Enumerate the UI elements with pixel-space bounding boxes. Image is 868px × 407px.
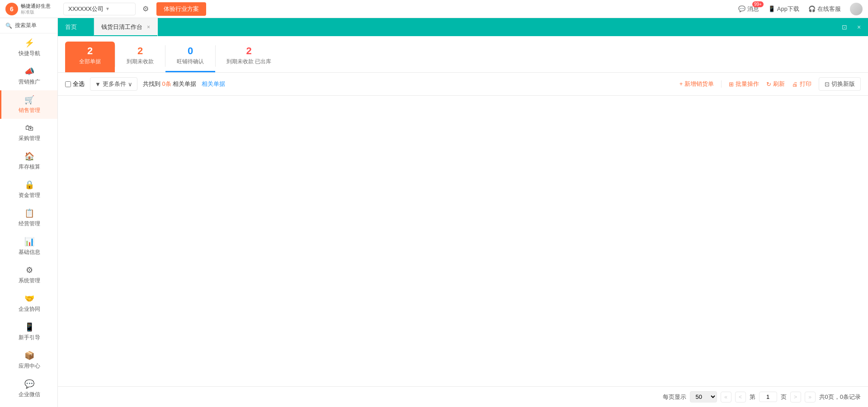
- batch-operation-button[interactable]: ⊞ 批量操作: [729, 80, 759, 88]
- marketing-icon: 📣: [24, 66, 34, 76]
- company-selector[interactable]: XXXXXX公司 ▼: [63, 3, 136, 15]
- prev-page-icon: <: [739, 394, 742, 400]
- sales-icon: 🛒: [24, 95, 34, 105]
- logo-area: 6 畅捷通好生意 标准版: [5, 3, 63, 15]
- stat-tab-wangpu[interactable]: 0 旺铺待确认: [165, 42, 215, 72]
- sidebar-item-sales[interactable]: 🛒 销售管理: [0, 90, 57, 119]
- next-page-icon: >: [794, 394, 797, 400]
- purchase-icon: 🛍: [25, 123, 33, 133]
- batch-icon: ⊞: [729, 81, 734, 88]
- refresh-icon: ↻: [766, 81, 771, 88]
- new-sale-button[interactable]: + 新增销货单: [679, 80, 714, 88]
- sidebar-item-label: 资金管理: [19, 192, 40, 199]
- due-unpaid-count: 2: [137, 45, 143, 57]
- sidebar-item-member[interactable]: 👑 畅会员: [0, 403, 57, 407]
- sidebar-item-label: 应用中心: [19, 362, 40, 370]
- base-info-icon: 📊: [24, 237, 34, 247]
- chevron-down-icon: ▼: [105, 6, 110, 11]
- sidebar-item-finance[interactable]: 🔒 资金管理: [0, 175, 57, 204]
- page-size-select[interactable]: 50 10 20 100: [690, 391, 717, 402]
- prev-page-button[interactable]: <: [735, 392, 746, 402]
- current-page-input[interactable]: [759, 392, 777, 402]
- search-menu-label: 搜索菜单: [15, 22, 37, 29]
- switch-icon: ⊡: [825, 81, 830, 88]
- tab-workbench[interactable]: 钱货日清工作台 ×: [94, 18, 158, 36]
- sidebar-item-label: 采购管理: [19, 135, 40, 142]
- stat-tab-due-unpaid[interactable]: 2 到期未收款: [115, 42, 165, 72]
- last-page-icon: »: [808, 394, 811, 400]
- sidebar-item-label: 企业协同: [19, 305, 40, 313]
- sidebar-item-quick-nav[interactable]: ⚡ 快捷导航: [0, 33, 57, 62]
- workbench-tab-label: 钱货日清工作台: [101, 23, 142, 31]
- app-download-button[interactable]: 📱 App下载: [768, 5, 799, 13]
- tab-bar-actions: ⊡ ×: [835, 18, 868, 36]
- sidebar-item-inventory[interactable]: 🏠 库存核算: [0, 147, 57, 175]
- wangpu-count: 0: [188, 45, 193, 57]
- print-button[interactable]: 🖨 打印: [792, 80, 811, 88]
- stats-tabs: 2 全部单据 2 到期未收款 0 旺铺待确认 2 到期未收款 已出库: [58, 36, 868, 73]
- sidebar-item-enterprise[interactable]: 🤝 企业协同: [0, 289, 57, 318]
- close-window-button[interactable]: ×: [854, 22, 864, 33]
- first-page-icon: «: [724, 394, 727, 400]
- all-count: 2: [87, 45, 93, 57]
- avatar[interactable]: [850, 3, 863, 15]
- stat-tab-all[interactable]: 2 全部单据: [65, 42, 115, 72]
- stat-tab-due-unshipped[interactable]: 2 到期未收款 已出库: [216, 42, 282, 72]
- inventory-icon: 🏠: [24, 151, 34, 161]
- message-icon: 💬: [738, 5, 745, 12]
- sidebar-item-marketing[interactable]: 📣 营销推广: [0, 62, 57, 90]
- due-unshipped-label: 到期未收款 已出库: [226, 58, 271, 65]
- message-button[interactable]: 💬 消息 99+: [738, 5, 759, 13]
- next-page-button[interactable]: >: [790, 392, 801, 402]
- refresh-button[interactable]: ↻ 刷新: [766, 80, 785, 88]
- total-label: 共0页，0条记录: [819, 393, 861, 401]
- top-header: 6 畅捷通好生意 标准版 XXXXXX公司 ▼ ⚙ 体验行业方案 💬 消息 99…: [0, 0, 868, 18]
- header-right: 💬 消息 99+ 📱 App下载 🎧 在线客服: [738, 3, 863, 15]
- app-title: 畅捷通好生意 标准版: [21, 3, 51, 15]
- due-unshipped-count: 2: [246, 45, 252, 57]
- sidebar-item-label: 基础信息: [19, 248, 40, 256]
- sidebar: 🔍 搜索菜单 ⚡ 快捷导航 📣 营销推广 🛒 销售管理 🛍 采购管理 🏠 库存核…: [0, 18, 58, 407]
- page-suffix: 页: [781, 393, 787, 401]
- message-badge: 99+: [752, 1, 764, 7]
- sidebar-item-guide[interactable]: 📱 新手引导: [0, 318, 57, 346]
- close-tab-icon[interactable]: ×: [147, 24, 150, 30]
- sidebar-item-purchase[interactable]: 🛍 采购管理: [0, 119, 57, 147]
- company-name: XXXXXX公司: [68, 5, 104, 13]
- online-service-button[interactable]: 🎧 在线客服: [808, 5, 841, 13]
- enterprise-icon: 🤝: [24, 294, 34, 304]
- sidebar-item-operation[interactable]: 📋 经营管理: [0, 204, 57, 232]
- switch-version-button[interactable]: ⊡ 切换新版: [819, 77, 861, 91]
- filter-button[interactable]: ▼ 更多条件 ∨: [90, 77, 137, 91]
- app-logo-icon: 6: [5, 3, 18, 15]
- page-content: 2 全部单据 2 到期未收款 0 旺铺待确认 2 到期未收款 已出库: [58, 36, 868, 407]
- related-records-link[interactable]: 相关单据: [202, 80, 225, 88]
- select-all-input[interactable]: [65, 81, 71, 87]
- sidebar-item-label: 销售管理: [19, 107, 40, 114]
- sidebar-item-label: 经营管理: [19, 220, 40, 228]
- quick-nav-icon: ⚡: [24, 38, 34, 48]
- trial-plan-button[interactable]: 体验行业方案: [156, 2, 206, 16]
- last-page-button[interactable]: »: [805, 392, 816, 402]
- restore-window-button[interactable]: ⊡: [839, 22, 850, 33]
- page-label: 第: [750, 393, 755, 401]
- tab-bar: 首页 钱货日清工作台 × ⊡ ×: [58, 18, 868, 36]
- sidebar-item-wechat[interactable]: 💬 企业微信: [0, 374, 57, 403]
- all-label: 全部单据: [79, 58, 101, 65]
- first-page-button[interactable]: «: [721, 392, 731, 402]
- sidebar-item-app-center[interactable]: 📦 应用中心: [0, 346, 57, 374]
- settings-button[interactable]: ⚙: [139, 3, 152, 15]
- system-icon: ⚙: [26, 265, 33, 275]
- pagination-bar: 每页显示 50 10 20 100 « < 第 页 >: [58, 386, 868, 407]
- home-tab-label: 首页: [65, 23, 77, 31]
- finance-icon: 🔒: [24, 180, 34, 190]
- tab-home[interactable]: 首页: [58, 18, 94, 36]
- search-menu-item[interactable]: 🔍 搜索菜单: [0, 18, 57, 33]
- due-unpaid-label: 到期未收款: [127, 58, 154, 65]
- operation-icon: 📋: [24, 208, 34, 218]
- select-all-checkbox[interactable]: 全选: [65, 80, 85, 88]
- sidebar-item-system[interactable]: ⚙ 系统管理: [0, 261, 57, 289]
- sidebar-item-label: 新手引导: [19, 334, 40, 342]
- sidebar-item-label: 库存核算: [19, 163, 40, 171]
- sidebar-item-base-info[interactable]: 📊 基础信息: [0, 232, 57, 261]
